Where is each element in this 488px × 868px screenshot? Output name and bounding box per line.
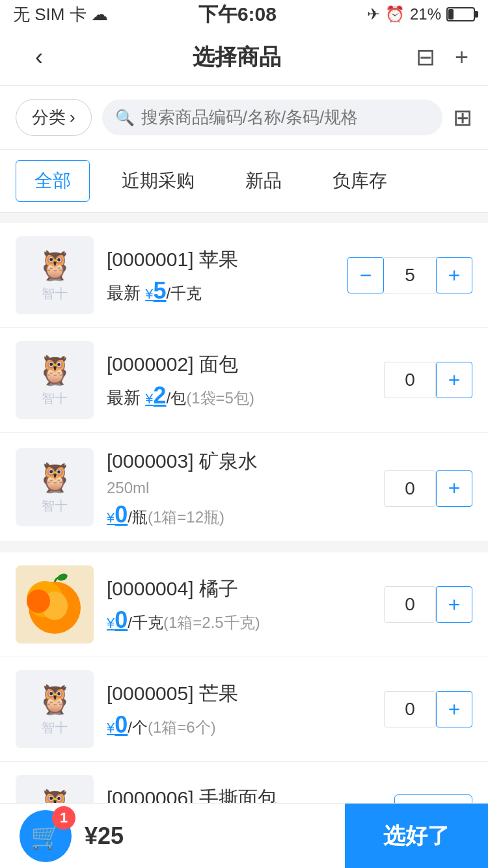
product-thumbnail: 🦉 智十 [16, 236, 94, 314]
search-icon: 🔍 [115, 109, 135, 127]
price-unit: /千克 [167, 284, 202, 302]
toolbar: 分类 › 🔍 ⊞ [0, 86, 488, 150]
nav-bar: ‹ 选择商品 ⊟ + [0, 29, 488, 86]
price-extra: (1箱=12瓶) [148, 508, 224, 526]
price-prefix: ¥ [107, 720, 115, 736]
owl-icon: 🦉 [37, 249, 73, 282]
search-box: 🔍 [102, 100, 442, 135]
alarm-icon: ⏰ [385, 5, 405, 23]
price-value: 5 [153, 277, 166, 304]
product-spec: 250ml [107, 479, 371, 497]
qty-control: − + [347, 257, 472, 293]
product-name: [0000005] 芒果 [107, 681, 371, 707]
qty-plus-button[interactable]: + [436, 257, 472, 293]
qty-plus-button[interactable]: + [436, 470, 472, 507]
product-name: [0000002] 面包 [107, 351, 371, 378]
product-info: [0000003] 矿泉水 250ml ¥0/瓶(1箱=12瓶) [107, 448, 371, 528]
tab-negative[interactable]: 负库存 [314, 160, 406, 202]
product-info: [0000004] 橘子 ¥0/千克(1箱=2.5千克) [107, 576, 371, 634]
product-price: 最新 ¥5/千克 [107, 277, 334, 305]
qty-control: + [384, 586, 472, 623]
tab-bar: 全部 近期采购 新品 负库存 [0, 150, 488, 213]
search-input[interactable] [141, 107, 429, 128]
qty-input[interactable] [384, 691, 436, 727]
product-info: [0000001] 苹果 最新 ¥5/千克 [107, 247, 334, 305]
svg-point-4 [57, 573, 68, 582]
tab-all[interactable]: 全部 [16, 160, 90, 202]
product-thumbnail: 🦉 智十 [16, 341, 94, 419]
confirm-button[interactable]: 选好了 [345, 804, 488, 868]
cart-badge: 1 [52, 806, 75, 830]
brand-label: 智十 [42, 719, 68, 737]
location-icon: ✈ [367, 5, 380, 23]
qty-control: + [384, 362, 472, 398]
price-extra: (1箱=2.5千克) [163, 614, 260, 631]
owl-icon: 🦉 [37, 683, 73, 716]
cart-icon-wrap[interactable]: 🛒 1 [20, 810, 72, 862]
qty-minus-button[interactable]: − [347, 257, 384, 293]
nav-actions: ⊟ + [416, 44, 468, 71]
product-name: [0000003] 矿泉水 [107, 448, 371, 475]
product-thumbnail [16, 565, 94, 644]
product-price: ¥0/个(1箱=6个) [107, 711, 371, 739]
owl-placeholder: 🦉 智十 [16, 448, 94, 526]
product-item: 🦉 智十 [0000002] 面包 最新 ¥2/包(1袋=5包) + [0, 328, 488, 433]
brand-label: 智十 [42, 285, 68, 303]
category-arrow-icon: › [70, 107, 75, 128]
owl-placeholder: 🦉 智十 [16, 341, 94, 419]
latest-label: 最新 [107, 388, 145, 407]
price-unit: /千克 [128, 614, 163, 631]
price-unit: /个 [128, 718, 148, 736]
price-value: 0 [115, 501, 128, 528]
price-extra: (1箱=6个) [148, 718, 216, 736]
cart-total: ¥25 [85, 822, 124, 850]
owl-placeholder: 🦉 智十 [16, 236, 94, 314]
qty-input[interactable] [384, 362, 436, 398]
qty-plus-button[interactable]: + [436, 691, 472, 727]
section-divider [0, 542, 488, 552]
category-label: 分类 [32, 106, 66, 129]
product-name: [0000004] 橘子 [107, 576, 371, 603]
status-time: 下午6:08 [198, 1, 277, 28]
qty-input[interactable] [384, 586, 436, 623]
product-info: [0000002] 面包 最新 ¥2/包(1袋=5包) [107, 351, 371, 409]
brand-label: 智十 [42, 390, 68, 407]
status-right: ✈ ⏰ 21% [367, 5, 475, 23]
price-value: 2 [153, 382, 166, 409]
owl-placeholder: 🦉 智十 [16, 670, 94, 748]
qty-control: + [384, 470, 472, 507]
qty-input[interactable] [384, 257, 436, 293]
fruit-image [16, 565, 94, 644]
tab-new[interactable]: 新品 [226, 160, 301, 202]
product-info: [0000005] 芒果 ¥0/个(1箱=6个) [107, 681, 371, 739]
owl-icon: 🦉 [37, 461, 73, 495]
qty-plus-button[interactable]: + [436, 362, 472, 398]
product-item: 🦉 智十 [0000001] 苹果 最新 ¥5/千克 − + [0, 223, 488, 328]
price-unit: /包 [167, 389, 187, 407]
price-prefix: ¥ [107, 615, 115, 631]
scan-icon[interactable]: ⊞ [453, 104, 472, 131]
category-button[interactable]: 分类 › [16, 99, 92, 136]
cart-area: 🛒 1 ¥25 [0, 810, 345, 862]
back-button[interactable]: ‹ [20, 38, 59, 77]
qty-plus-button[interactable]: + [436, 586, 472, 623]
product-item: 🦉 智十 [0000005] 芒果 ¥0/个(1箱=6个) + [0, 657, 488, 762]
qty-control: + [384, 691, 472, 727]
price-unit: /瓶 [128, 508, 148, 526]
status-left: 无 SIM 卡 ☁ [13, 3, 108, 26]
page-title: 选择商品 [193, 42, 281, 72]
bottom-bar: 🛒 1 ¥25 选好了 [0, 803, 488, 868]
product-item: 🦉 智十 [0000003] 矿泉水 250ml ¥0/瓶(1箱=12瓶) + [0, 433, 488, 542]
brand-label: 智十 [42, 497, 68, 515]
price-prefix: ¥ [145, 286, 153, 302]
filter-icon[interactable]: ⊟ [416, 44, 435, 71]
add-icon[interactable]: + [455, 44, 468, 71]
qty-input[interactable] [384, 470, 436, 507]
price-value: 0 [115, 711, 128, 738]
price-value: 0 [115, 606, 128, 633]
svg-point-3 [27, 590, 50, 613]
latest-label: 最新 [107, 283, 145, 303]
status-bar: 无 SIM 卡 ☁ 下午6:08 ✈ ⏰ 21% [0, 0, 488, 29]
no-sim-label: 无 SIM 卡 ☁ [13, 3, 108, 26]
tab-recent[interactable]: 近期采购 [103, 160, 213, 202]
